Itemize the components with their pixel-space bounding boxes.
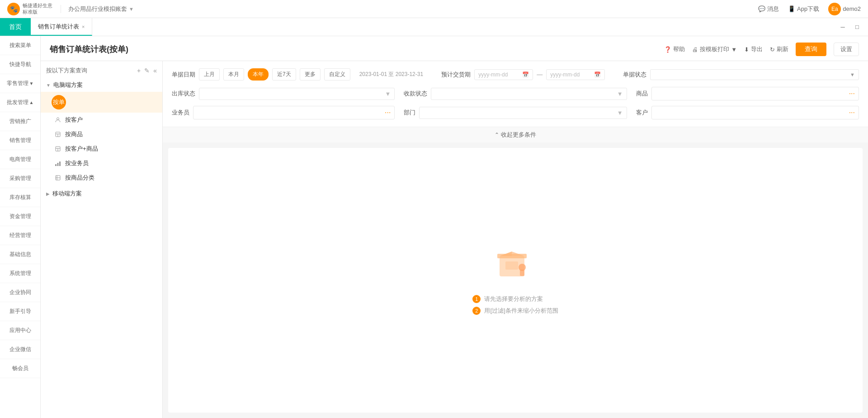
workspace-chevron: ▼ [129,6,134,12]
date-this-year-btn[interactable]: 本年 [248,68,269,81]
date-range-display: 2023-01-01 至 2023-12-31 [359,71,423,78]
scheme-active-dot: 按单 [52,95,66,109]
sidebar-item-marketing[interactable]: 营销推广 [0,112,40,131]
scheme-add-btn[interactable]: + [137,67,141,74]
help-btn[interactable]: ❓ 帮助 [664,45,685,53]
date-this-month-btn[interactable]: 本月 [223,68,244,81]
avatar: Ea [828,3,841,15]
status-select-arrow: ▼ [850,72,855,77]
empty-hint-1: 1 请先选择要分析的方案 [472,295,558,303]
salesperson-select[interactable]: ··· [193,106,395,119]
date-last-month-btn[interactable]: 上月 [199,68,220,81]
sidebar-item-purchase[interactable]: 采购管理 [0,169,40,188]
dept-arrow: ▼ [617,109,623,116]
tab-sales-order[interactable]: 销售订单统计表 × [31,18,92,36]
tab-maximize-btn[interactable]: □ [852,22,863,33]
print-btn[interactable]: 🖨 按模板打印 ▼ [692,45,737,53]
sidebar-item-system[interactable]: 系统管理 [0,264,40,283]
scheme-category-icon [54,174,61,181]
sidebar-item-basics[interactable]: 基础信息 [0,245,40,264]
goods-select[interactable]: ··· [651,87,859,100]
logo-icon: 🐾 [7,3,20,15]
receipt-status-select[interactable]: ▼ [431,88,627,100]
sidebar-item-appcenter[interactable]: 应用中心 [0,321,40,340]
out-status-label: 出库状态 [172,90,195,98]
sidebar-item-member[interactable]: 畅会员 [0,359,40,378]
scheme-panel-title: 按以下方案查询 [46,66,87,75]
sidebar-item-enterprise[interactable]: 企业协同 [0,283,40,302]
customer-cell: 客户 ··· [636,106,859,119]
sidebar-item-wechat[interactable]: 企业微信 [0,340,40,359]
status-select[interactable]: ▼ [650,69,859,80]
main-layout: 搜索菜单 快捷导航 零售管理▼ 批发管理▲ 营销推广 销售管理 电商管理 采购管… [0,36,868,418]
tab-minimize-btn[interactable]: ─ [837,22,848,33]
svg-rect-14 [497,254,527,258]
calendar-icon-1: 📅 [522,71,529,78]
scheme-salesperson-icon [54,160,61,167]
sidebar-item-operations[interactable]: 经营管理 [0,226,40,245]
scheme-item-by-order[interactable]: 按单 [41,92,162,113]
top-bar-left: 🐾 畅捷通好生意 标准版 办公用品行业模拟账套 ▼ [7,3,134,15]
salesperson-dots[interactable]: ··· [385,109,391,117]
scheme-panel-header: 按以下方案查询 + ✎ « [41,66,162,78]
sidebar-item-finance[interactable]: 资金管理 [0,207,40,226]
sidebar-item-inventory[interactable]: 库存核算 [0,188,40,207]
sidebar-item-retail[interactable]: 零售管理▼ [0,74,40,93]
customer-select[interactable]: ··· [651,106,859,119]
department-select[interactable]: ▼ [419,107,627,119]
department-label: 部门 [404,109,415,117]
workspace-selector[interactable]: 办公用品行业模拟账套 ▼ [61,5,134,13]
receipt-status-cell: 收款状态 ▼ [404,87,627,100]
tab-close-icon[interactable]: × [82,24,85,29]
scheme-item-by-category[interactable]: 按商品分类 [41,171,162,185]
scheme-item-by-salesperson[interactable]: 按业务员 [41,156,162,171]
query-button[interactable]: 查询 [796,43,826,56]
scheme-customer-label: 按客户 [65,116,83,124]
settings-button[interactable]: 设置 [834,43,859,56]
out-status-select[interactable]: ▼ [199,88,395,100]
goods-cell: 商品 ··· [636,87,859,100]
salesperson-label: 业务员 [172,109,189,117]
scheme-collapse-btn[interactable]: « [153,67,157,74]
collapse-filter-btn[interactable]: ⌃ 收起更多条件 [163,127,868,142]
receipt-status-label: 收款状态 [404,90,427,98]
scheme-group-header-pc[interactable]: ▼ 电脑端方案 [41,78,162,92]
scheme-item-by-customer-goods[interactable]: 按客户+商品 [41,142,162,156]
calendar-icon-2: 📅 [594,71,601,78]
svg-rect-15 [505,261,518,270]
scheme-goods-label: 按商品 [65,130,83,138]
sidebar-item-wholesale[interactable]: 批发管理▲ [0,93,40,112]
empty-state: 1 请先选择要分析的方案 2 用[过滤]条件来缩小分析范围 [168,148,863,413]
sidebar-item-newbie[interactable]: 新手引导 [0,302,40,321]
expected-date-label: 预计交货期 [441,71,471,79]
sidebar-item-ecommerce[interactable]: 电商管理 [0,150,40,169]
minimize-icon: ─ [840,24,844,30]
goods-label: 商品 [636,90,648,98]
out-status-cell: 出库状态 ▼ [172,87,395,100]
refresh-btn[interactable]: ↻ 刷新 [770,45,788,53]
sidebar-item-shortcut[interactable]: 快捷导航 [0,55,40,74]
retail-arrow: ▼ [29,81,34,86]
sidebar-item-search[interactable]: 搜索菜单 [0,36,40,55]
date-more-btn[interactable]: 更多 [300,68,321,81]
export-btn[interactable]: ⬇ 导出 [744,45,763,53]
scheme-item-by-customer[interactable]: 按客户 [41,113,162,127]
print-chevron: ▼ [731,46,737,53]
sidebar-item-sales[interactable]: 销售管理 [0,131,40,150]
tab-home[interactable]: 首页 [0,18,31,36]
user-area[interactable]: Ea demo2 [828,3,861,15]
app-download-btn[interactable]: 📱 App下载 [788,5,819,13]
scheme-edit-btn[interactable]: ✎ [144,67,150,74]
expected-date-to[interactable]: yyyy-mm-dd 📅 [546,69,605,80]
refresh-icon: ↻ [770,46,775,53]
svg-rect-8 [57,163,59,166]
goods-dots[interactable]: ··· [849,90,855,98]
date-custom-btn[interactable]: 自定义 [324,68,350,81]
message-btn[interactable]: 💬 消息 [758,5,779,13]
scheme-item-by-goods[interactable]: 按商品 [41,127,162,142]
customer-dots[interactable]: ··· [849,109,855,117]
expected-date-from[interactable]: yyyy-mm-dd 📅 [474,69,533,80]
scheme-group-header-mobile[interactable]: ▶ 移动端方案 [41,187,162,200]
date-7days-btn[interactable]: 近7天 [272,68,296,81]
scheme-goods-icon [54,131,61,138]
